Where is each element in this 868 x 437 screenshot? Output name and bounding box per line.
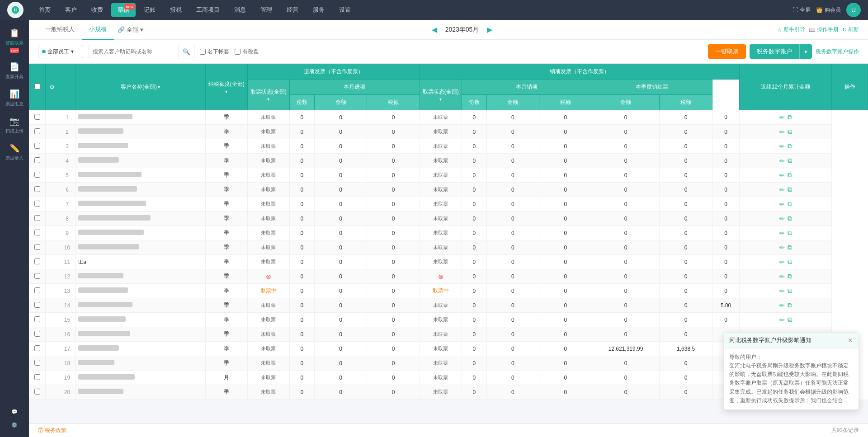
customer-filter-icon[interactable]: ▾: [158, 85, 160, 89]
tax-digital-dropdown-button[interactable]: ▾: [799, 44, 812, 59]
sidebar-item-scan-upload[interactable]: 📷 扫描上传: [0, 112, 29, 139]
tax-disk-checkbox[interactable]: [235, 49, 241, 55]
row-checkbox[interactable]: [34, 389, 40, 395]
notification-close-button[interactable]: ✕: [848, 337, 853, 344]
edit-icon[interactable]: ✏: [779, 157, 785, 164]
edit-icon[interactable]: ✏: [779, 287, 785, 295]
tax-disk-checkbox-label[interactable]: 有税盘: [235, 48, 259, 56]
refresh-link[interactable]: ↻ 刷新: [842, 26, 859, 33]
row-checkbox[interactable]: [34, 172, 40, 178]
nav-settings[interactable]: 设置: [333, 3, 357, 17]
row-checkbox[interactable]: [34, 244, 40, 250]
sidebar-item-smart-ticket[interactable]: 📋 智能取票 new: [0, 23, 29, 57]
td-checkbox[interactable]: [29, 342, 46, 356]
edit-icon[interactable]: ✏: [779, 215, 785, 222]
row-checkbox[interactable]: [34, 287, 40, 293]
td-checkbox[interactable]: [29, 154, 46, 168]
nav-accounting[interactable]: 记账: [137, 3, 162, 17]
row-checkbox[interactable]: [34, 157, 40, 163]
copy-icon[interactable]: ⧉: [788, 258, 792, 266]
nav-management[interactable]: 管理: [254, 3, 278, 17]
row-checkbox[interactable]: [34, 316, 40, 322]
config-icon[interactable]: ⚙: [50, 84, 55, 90]
copy-icon[interactable]: ⧉: [788, 171, 792, 179]
edit-icon[interactable]: ✏: [779, 273, 785, 280]
nav-ticket[interactable]: 票据 new: [111, 3, 136, 17]
td-checkbox[interactable]: [29, 226, 46, 240]
sidebar-message[interactable]: 💬: [11, 405, 18, 418]
edit-icon[interactable]: ✏: [779, 172, 785, 179]
td-checkbox[interactable]: [29, 183, 46, 197]
user-avatar[interactable]: U: [846, 3, 861, 17]
tax-digital-button[interactable]: 税务数字账户: [750, 44, 799, 59]
sidebar-settings[interactable]: ⚙️: [11, 418, 18, 432]
td-checkbox[interactable]: [29, 356, 46, 371]
td-checkbox[interactable]: [29, 327, 46, 342]
row-checkbox[interactable]: [34, 186, 40, 192]
td-checkbox[interactable]: [29, 168, 46, 183]
tab-general-taxpayer[interactable]: 一般纳税人: [38, 20, 82, 40]
row-checkbox[interactable]: [34, 360, 40, 366]
edit-icon[interactable]: ✏: [779, 186, 785, 193]
edit-icon[interactable]: ✏: [779, 244, 785, 251]
copy-icon[interactable]: ⧉: [788, 200, 792, 208]
td-checkbox[interactable]: [29, 139, 46, 154]
row-checkbox[interactable]: [34, 230, 40, 235]
nav-customer[interactable]: 客户: [59, 3, 83, 17]
td-checkbox[interactable]: [29, 197, 46, 211]
customer-search-input[interactable]: [89, 45, 179, 58]
search-button[interactable]: 🔍: [179, 45, 194, 58]
tax-digital-op-link[interactable]: 税务数字账户操作: [816, 48, 859, 56]
nav-service[interactable]: 服务: [307, 3, 331, 17]
edit-icon[interactable]: ✏: [779, 258, 785, 266]
row-checkbox[interactable]: [34, 331, 40, 337]
copy-icon[interactable]: ⧉: [788, 229, 792, 237]
fullscreen-button[interactable]: ⛶ 全屏: [793, 6, 811, 14]
copy-icon[interactable]: ⧉: [788, 301, 792, 309]
nav-home[interactable]: 首页: [33, 3, 57, 17]
edit-icon[interactable]: ✏: [779, 316, 785, 324]
edit-icon[interactable]: ✏: [779, 302, 785, 309]
row-checkbox[interactable]: [34, 201, 40, 207]
edit-icon[interactable]: ✏: [779, 230, 785, 237]
sidebar-item-invoice-open[interactable]: 📄 发票开具: [0, 57, 29, 85]
row-checkbox[interactable]: [34, 258, 40, 264]
subdirectory-checkbox-label[interactable]: 名下帐套: [200, 48, 229, 56]
copy-icon[interactable]: ⧉: [788, 273, 792, 280]
td-checkbox[interactable]: [29, 211, 46, 226]
row-checkbox[interactable]: [34, 345, 40, 351]
sidebar-item-ticket-summary[interactable]: 📊 票据汇总: [0, 85, 29, 112]
row-checkbox[interactable]: [34, 273, 40, 279]
nav-operation[interactable]: 经营: [280, 3, 305, 17]
edit-icon[interactable]: ✏: [779, 128, 785, 136]
copy-icon[interactable]: ⧉: [788, 186, 792, 193]
copy-icon[interactable]: ⧉: [788, 142, 792, 150]
vip-button[interactable]: 👑 购会员: [816, 6, 841, 14]
td-checkbox[interactable]: [29, 313, 46, 327]
copy-icon[interactable]: ⧉: [788, 157, 792, 164]
out-status-filter-icon[interactable]: ▾: [439, 97, 442, 102]
new-guide-link[interactable]: ☆ 新手引导: [777, 26, 805, 33]
employee-select[interactable]: 全部员工 ▾: [38, 45, 83, 58]
row-checkbox[interactable]: [34, 302, 40, 308]
td-checkbox[interactable]: [29, 255, 46, 269]
row-checkbox[interactable]: [34, 128, 40, 134]
sidebar-item-ticket-entry[interactable]: ✏️ 票据录入: [0, 139, 29, 166]
copy-icon[interactable]: ⧉: [788, 244, 792, 251]
manual-link[interactable]: 📖 操作手册: [809, 26, 839, 33]
prev-month-button[interactable]: ◀: [429, 24, 440, 35]
nav-message[interactable]: 消息: [228, 3, 252, 17]
copy-icon[interactable]: ⧉: [788, 113, 792, 121]
copy-icon[interactable]: ⧉: [788, 287, 792, 295]
subdirectory-checkbox[interactable]: [200, 49, 206, 55]
td-checkbox[interactable]: [29, 298, 46, 313]
row-checkbox[interactable]: [34, 114, 40, 120]
td-checkbox[interactable]: [29, 125, 46, 139]
in-status-filter-icon[interactable]: ▾: [267, 97, 269, 102]
td-checkbox[interactable]: [29, 371, 46, 385]
td-checkbox[interactable]: [29, 240, 46, 255]
tab-small-scale[interactable]: 小规模: [82, 20, 114, 40]
tax-quota-filter-icon[interactable]: ▾: [225, 89, 227, 94]
td-checkbox[interactable]: [29, 284, 46, 298]
edit-icon[interactable]: ✏: [779, 201, 785, 208]
